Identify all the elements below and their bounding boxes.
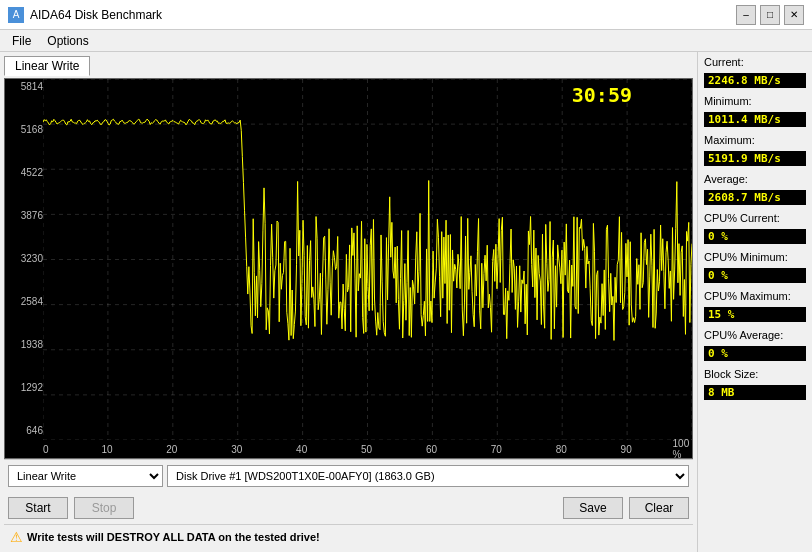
cpu-average-label: CPU% Average: — [704, 329, 806, 341]
chart-canvas — [43, 79, 692, 440]
close-button[interactable]: ✕ — [784, 5, 804, 25]
maximize-button[interactable]: □ — [760, 5, 780, 25]
clear-button[interactable]: Clear — [629, 497, 689, 519]
y-label-8: 646 — [7, 425, 43, 436]
cpu-minimum-label: CPU% Minimum: — [704, 251, 806, 263]
y-label-1: 5168 — [7, 124, 43, 135]
y-label-4: 3230 — [7, 253, 43, 264]
tab-bar: Linear Write — [4, 56, 693, 76]
minimum-value: 1011.4 MB/s — [704, 112, 806, 127]
average-label: Average: — [704, 173, 806, 185]
stop-button[interactable]: Stop — [74, 497, 134, 519]
menu-file[interactable]: File — [4, 32, 39, 50]
warning-row: ⚠ Write tests will DESTROY ALL DATA on t… — [4, 524, 693, 548]
minimum-label: Minimum: — [704, 95, 806, 107]
menu-options[interactable]: Options — [39, 32, 96, 50]
x-label-90: 90 — [621, 444, 632, 455]
cpu-maximum-value: 15 % — [704, 307, 806, 322]
warning-text: Write tests will DESTROY ALL DATA on the… — [27, 531, 320, 543]
average-value: 2608.7 MB/s — [704, 190, 806, 205]
current-label: Current: — [704, 56, 806, 68]
cpu-current-label: CPU% Current: — [704, 212, 806, 224]
x-label-10: 10 — [101, 444, 112, 455]
x-label-40: 40 — [296, 444, 307, 455]
main-content: Linear Write 30:59 5814 5168 4522 3876 3… — [0, 52, 812, 552]
test-type-dropdown[interactable]: Linear Write Linear Read Random Write Ra… — [8, 465, 163, 487]
minimize-button[interactable]: – — [736, 5, 756, 25]
title-bar: A AIDA64 Disk Benchmark – □ ✕ — [0, 0, 812, 30]
tab-linear-write[interactable]: Linear Write — [4, 56, 90, 76]
x-label-100: 100 % — [673, 438, 692, 459]
bottom-area: Linear Write Linear Read Random Write Ra… — [4, 459, 693, 548]
current-value: 2246.8 MB/s — [704, 73, 806, 88]
save-button[interactable]: Save — [563, 497, 623, 519]
right-panel: Current: 2246.8 MB/s Minimum: 1011.4 MB/… — [697, 52, 812, 552]
x-label-50: 50 — [361, 444, 372, 455]
x-label-70: 70 — [491, 444, 502, 455]
window-controls: – □ ✕ — [736, 5, 804, 25]
menu-bar: File Options — [0, 30, 812, 52]
chart-container: Linear Write 30:59 5814 5168 4522 3876 3… — [0, 52, 697, 552]
x-label-0: 0 — [43, 444, 49, 455]
start-button[interactable]: Start — [8, 497, 68, 519]
x-label-80: 80 — [556, 444, 567, 455]
y-label-2: 4522 — [7, 167, 43, 178]
y-label-7: 1292 — [7, 382, 43, 393]
maximum-label: Maximum: — [704, 134, 806, 146]
y-label-5: 2584 — [7, 296, 43, 307]
maximum-value: 5191.9 MB/s — [704, 151, 806, 166]
app-icon: A — [8, 7, 24, 23]
y-axis: 5814 5168 4522 3876 3230 2584 1938 1292 … — [5, 79, 43, 438]
action-buttons-row: Start Stop Save Clear — [4, 492, 693, 524]
x-label-20: 20 — [166, 444, 177, 455]
chart-wrapper: 30:59 5814 5168 4522 3876 3230 2584 1938… — [4, 78, 693, 459]
cpu-maximum-label: CPU% Maximum: — [704, 290, 806, 302]
x-label-60: 60 — [426, 444, 437, 455]
cpu-current-value: 0 % — [704, 229, 806, 244]
y-label-0: 5814 — [7, 81, 43, 92]
y-label-6: 1938 — [7, 339, 43, 350]
block-size-label: Block Size: — [704, 368, 806, 380]
x-label-30: 30 — [231, 444, 242, 455]
y-label-3: 3876 — [7, 210, 43, 221]
cpu-average-value: 0 % — [704, 346, 806, 361]
x-axis: 0 10 20 30 40 50 60 70 80 90 100 % — [43, 440, 692, 458]
disk-dropdown[interactable]: Disk Drive #1 [WDS200T1X0E-00AFY0] (1863… — [167, 465, 689, 487]
chart-time: 30:59 — [572, 83, 632, 107]
block-size-value: 8 MB — [704, 385, 806, 400]
window-title: AIDA64 Disk Benchmark — [30, 8, 162, 22]
warning-icon: ⚠ — [10, 529, 23, 545]
cpu-minimum-value: 0 % — [704, 268, 806, 283]
controls-row: Linear Write Linear Read Random Write Ra… — [4, 460, 693, 492]
